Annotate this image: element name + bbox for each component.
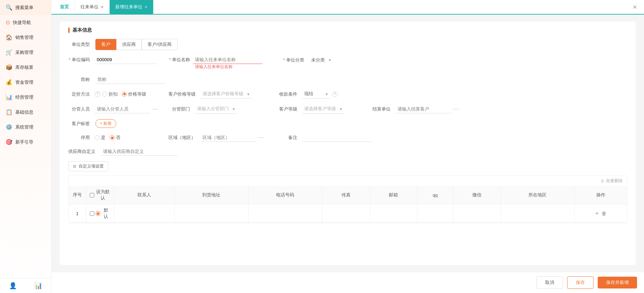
sidebar-item-label: 采购管理	[15, 49, 33, 56]
sidebar-user-btn[interactable]: 👤	[0, 278, 26, 293]
customer-price-level-wrapper[interactable]: 请选择客户价格等级 ▼	[201, 89, 252, 99]
remarks-group: 备注	[276, 133, 380, 142]
search-icon: 🔍	[6, 4, 13, 11]
unit-category-select-wrapper: 未分类 ▼	[309, 56, 333, 65]
sidebar-item-finance[interactable]: 💰 资金管理	[0, 75, 51, 90]
tabs-close-all-btn[interactable]: ✕	[628, 4, 641, 10]
cancel-button[interactable]: 取消	[536, 276, 563, 289]
save-button[interactable]: 保存	[567, 276, 594, 289]
tab-partners-close[interactable]: ✕	[101, 5, 104, 9]
pricing-row: 定价方法 ? 折扣 价格等级 客户价格等级	[68, 89, 627, 99]
sidebar-item-system[interactable]: ⚙️ 系统管理	[0, 120, 51, 135]
manager-input[interactable]	[95, 105, 150, 113]
sidebar-item-search[interactable]: 🔍 搜索菜单	[0, 0, 51, 15]
abbreviation-label: 简称	[68, 76, 93, 83]
unit-name-group: 单位名称 请输入往来单位名称	[168, 56, 280, 70]
col-wechat: 微信	[453, 186, 501, 204]
manager-more-icon[interactable]: ···	[152, 106, 158, 112]
payment-terms-wrapper[interactable]: 现结 ▼	[302, 89, 330, 99]
add-tag-btn[interactable]: + 标签	[95, 119, 116, 128]
section-title-text: 基本信息	[72, 27, 92, 33]
row-add-btn[interactable]: +	[595, 210, 598, 217]
select-all-checkbox[interactable]	[90, 193, 94, 197]
sidebar-item-newbie[interactable]: 🎯 新手引导	[0, 135, 51, 149]
tabs-bar: 首页 往来单位 ✕ 新增往来单位 ✕ ✕	[52, 0, 644, 15]
remarks-input[interactable]	[302, 133, 372, 142]
gear-icon: ⚙	[73, 164, 77, 169]
unit-type-both-btn[interactable]: 客户/供应商	[142, 39, 178, 50]
sidebar-item-sales[interactable]: 🏠 销售管理	[0, 30, 51, 45]
custom-settings-btn[interactable]: ⚙ 自定义项设置	[68, 161, 108, 171]
sidebar-item-label: 销售管理	[15, 34, 33, 41]
tab-new-partner[interactable]: 新增往来单位 ✕	[110, 0, 154, 14]
col-default: 设为默认	[86, 186, 114, 204]
disabled-yes-label: 是	[101, 135, 105, 141]
sidebar-item-label: 新手引导	[15, 139, 33, 145]
pricing-discount-radio[interactable]: 折扣	[102, 91, 118, 97]
disabled-yes-circle	[95, 135, 100, 140]
col-address: 到货地址	[174, 186, 248, 204]
section-bar-icon	[68, 27, 70, 33]
sidebar-item-basic[interactable]: 📋 基础信息	[0, 105, 51, 120]
disabled-no-radio[interactable]: 否	[110, 135, 120, 141]
row-delete-btn[interactable]: 🗑	[602, 211, 606, 216]
unit-type-customer-btn[interactable]: 客户	[95, 39, 116, 50]
cell-email	[370, 204, 417, 223]
payment-terms-value: 现结	[302, 89, 330, 99]
unit-type-supplier-btn[interactable]: 供应商	[116, 39, 142, 50]
customer-level-wrapper[interactable]: 请选择客户等级 ▼	[302, 104, 344, 114]
table-toolbar: 🗑 批量删除	[69, 176, 627, 186]
abbreviation-input[interactable]	[95, 75, 165, 84]
customer-level-group: 客户等级 请选择客户等级 ▼	[276, 104, 366, 114]
manager-label: 分管人员	[68, 106, 93, 112]
tab-partners-label: 往来单位	[80, 4, 99, 10]
save-new-button[interactable]: 保存并新增	[598, 277, 637, 288]
table-row: 1 默认	[69, 204, 627, 223]
unit-code-input[interactable]	[95, 56, 157, 64]
tab-partners[interactable]: 往来单位 ✕	[75, 0, 110, 14]
region-input[interactable]	[201, 133, 256, 142]
payment-terms-help-icon[interactable]: ?	[332, 91, 338, 97]
main-area: 首页 往来单位 ✕ 新增往来单位 ✕ ✕ 基本信息 单位类型 客户 供应商	[52, 0, 644, 293]
sidebar-stats-btn[interactable]: 📊	[26, 278, 52, 293]
row-checkbox[interactable]	[90, 211, 94, 216]
tab-new-partner-close[interactable]: ✕	[144, 5, 148, 9]
region-label: 区域（地区）	[168, 135, 198, 141]
customer-price-level-group: 客户价格等级 请选择客户价格等级 ▼	[168, 89, 273, 99]
unit-name-input[interactable]	[193, 56, 262, 64]
cart-icon: 🛒	[6, 49, 13, 56]
sidebar-item-quicknav[interactable]: ⊙ 快捷导航	[0, 15, 51, 30]
sidebar-item-inventory[interactable]: 📦 库存核算	[0, 60, 51, 75]
department-placeholder: 请输入分管部门	[195, 104, 237, 114]
region-more-icon[interactable]: ···	[258, 135, 264, 141]
table-header-row: 序号 设为默认 联系人 到货地址 电话号码 传真 邮箱	[69, 186, 627, 204]
custom-settings-label: 自定义项设置	[79, 163, 104, 169]
sidebar-item-label: 系统管理	[15, 124, 33, 130]
cell-default: 默认	[86, 204, 114, 223]
settlement-unit-input[interactable]	[395, 105, 451, 113]
sidebar-item-purchase[interactable]: 🛒 采购管理	[0, 45, 51, 60]
pricing-price-level-circle	[122, 92, 127, 97]
settlement-unit-more-icon[interactable]: ···	[453, 106, 459, 112]
tab-home[interactable]: 首页	[54, 0, 75, 14]
row-default-radio[interactable]: 默认	[96, 207, 110, 220]
disabled-no-label: 否	[116, 135, 120, 141]
customer-price-level-placeholder: 请选择客户价格等级	[201, 89, 252, 99]
pricing-help-icon[interactable]: ?	[95, 91, 100, 97]
department-wrapper[interactable]: 请输入分管部门 ▼	[195, 104, 237, 114]
sidebar-item-label: 库存核算	[15, 64, 33, 71]
unit-category-value: 未分类	[309, 56, 333, 65]
disabled-label: 停用	[68, 135, 93, 141]
col-contact: 联系人	[114, 186, 174, 204]
supplier-custom-input[interactable]	[101, 147, 178, 156]
pricing-price-level-radio[interactable]: 价格等级	[122, 91, 146, 97]
pricing-price-level-label: 价格等级	[128, 91, 146, 97]
cell-phone	[248, 204, 322, 223]
tab-home-label: 首页	[60, 4, 69, 10]
disabled-yes-radio[interactable]: 是	[95, 135, 105, 141]
sidebar-item-operations[interactable]: 📊 经营管理	[0, 90, 51, 105]
batch-delete-icon: 🗑	[600, 179, 605, 184]
batch-delete-label[interactable]: 批量删除	[606, 178, 623, 184]
settlement-unit-label: 结算单位	[369, 106, 393, 112]
code-name-category-row: 单位编码 单位名称 请输入往来单位名称 单位分类	[68, 56, 627, 70]
